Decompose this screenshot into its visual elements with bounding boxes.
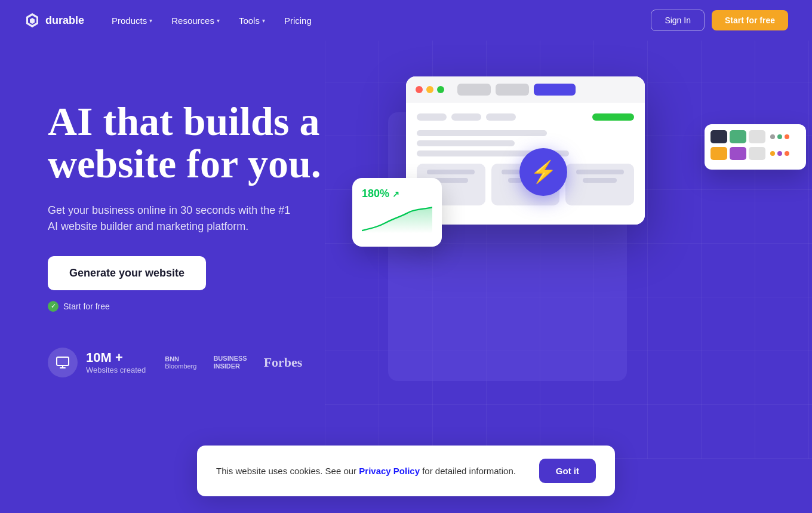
browser-tabs bbox=[457, 84, 576, 96]
lightning-icon: ⚡ bbox=[530, 159, 557, 185]
forbes-logo: Forbes bbox=[264, 355, 303, 370]
nav-block-3 bbox=[486, 113, 516, 121]
nav-pricing[interactable]: Pricing bbox=[276, 11, 320, 30]
start-free-note: ✓ Start for free bbox=[48, 301, 358, 312]
press-logos: BNN Bloomberg BUSINESS INSIDER Forbes bbox=[165, 355, 302, 370]
browser-tab-active bbox=[534, 84, 576, 96]
swatch-light-2 bbox=[749, 147, 765, 160]
growth-chart bbox=[362, 205, 432, 235]
lightning-circle: ⚡ bbox=[519, 148, 567, 196]
growth-arrow: ↗ bbox=[392, 189, 399, 199]
browser-text-lines bbox=[417, 130, 634, 156]
swatch-purple bbox=[730, 147, 746, 160]
stat-label: Websites created bbox=[86, 365, 146, 374]
text-line-1 bbox=[417, 130, 547, 136]
palette-dot-2 bbox=[777, 134, 782, 139]
palette-dot-4 bbox=[770, 151, 775, 156]
text-line-2 bbox=[417, 140, 515, 146]
traffic-lights bbox=[416, 86, 444, 93]
nav-block-1 bbox=[417, 113, 447, 121]
palette-dot-6 bbox=[785, 151, 789, 156]
swatch-green bbox=[730, 130, 746, 143]
browser-nav-bar bbox=[417, 113, 634, 121]
palette-row-2 bbox=[710, 147, 800, 160]
monitor-icon-wrap bbox=[48, 348, 78, 377]
chevron-down-icon: ▾ bbox=[262, 17, 265, 24]
palette-dot-3 bbox=[785, 134, 789, 139]
nav-products[interactable]: Products ▾ bbox=[103, 11, 161, 30]
hero-section: AI that builds a website for you. Get yo… bbox=[0, 41, 812, 459]
hero-illustration: ⚡ 180% ↗ bbox=[358, 76, 788, 411]
stat-websites: 10M + Websites created bbox=[48, 348, 146, 377]
hero-title: AI that builds a website for you. bbox=[48, 100, 358, 186]
start-for-free-nav-button[interactable]: Start for free bbox=[712, 10, 788, 30]
browser-tab-inactive bbox=[457, 84, 491, 96]
nav-resources[interactable]: Resources ▾ bbox=[163, 11, 228, 30]
checkmark-icon: ✓ bbox=[48, 301, 59, 312]
palette-card bbox=[705, 124, 806, 170]
durable-logo-icon bbox=[24, 12, 41, 29]
hero-content: AI that builds a website for you. Get yo… bbox=[48, 76, 358, 377]
logo[interactable]: durable bbox=[24, 12, 84, 29]
nav-cta-block bbox=[592, 113, 634, 121]
swatch-orange bbox=[710, 147, 727, 160]
browser-mockup bbox=[406, 76, 645, 225]
svg-rect-0 bbox=[57, 357, 69, 365]
browser-tab-inactive-2 bbox=[496, 84, 529, 96]
privacy-policy-link[interactable]: Privacy Policy bbox=[359, 466, 420, 476]
stat-count: 10M + bbox=[86, 350, 146, 365]
hero-subtitle: Get your business online in 30 seconds w… bbox=[48, 202, 299, 235]
navigation: durable Products ▾ Resources ▾ Tools ▾ P… bbox=[0, 0, 812, 41]
chevron-down-icon: ▾ bbox=[149, 17, 152, 24]
logo-text: durable bbox=[45, 14, 84, 27]
growth-card: 180% ↗ bbox=[352, 178, 442, 247]
business-insider-logo: BUSINESS INSIDER bbox=[213, 355, 247, 370]
bnn-bloomberg-logo: BNN Bloomberg bbox=[165, 355, 196, 370]
nav-block-2 bbox=[451, 113, 481, 121]
swatch-dark bbox=[710, 130, 727, 143]
palette-dot-5 bbox=[777, 151, 782, 156]
nav-tools[interactable]: Tools ▾ bbox=[230, 11, 273, 30]
monitor-icon bbox=[56, 355, 70, 370]
minimize-traffic-light bbox=[426, 86, 433, 93]
nav-links: Products ▾ Resources ▾ Tools ▾ Pricing bbox=[103, 11, 651, 30]
growth-percentage: 180% ↗ bbox=[362, 188, 432, 200]
swatch-light bbox=[749, 130, 765, 143]
got-it-button[interactable]: Got it bbox=[539, 459, 596, 483]
browser-titlebar bbox=[406, 76, 645, 103]
palette-dot-1 bbox=[770, 134, 775, 139]
maximize-traffic-light bbox=[437, 86, 444, 93]
palette-row-1 bbox=[710, 130, 800, 143]
generate-website-button[interactable]: Generate your website bbox=[48, 256, 206, 290]
close-traffic-light bbox=[416, 86, 423, 93]
cookie-text: This website uses cookies. See our Priva… bbox=[216, 465, 525, 477]
grid-block-3 bbox=[565, 164, 634, 205]
nav-actions: Sign In Start for free bbox=[651, 10, 788, 31]
cookie-banner: This website uses cookies. See our Priva… bbox=[197, 446, 615, 496]
chevron-down-icon: ▾ bbox=[217, 17, 220, 24]
signin-button[interactable]: Sign In bbox=[651, 10, 705, 31]
hero-stats: 10M + Websites created BNN Bloomberg BUS… bbox=[48, 348, 358, 377]
